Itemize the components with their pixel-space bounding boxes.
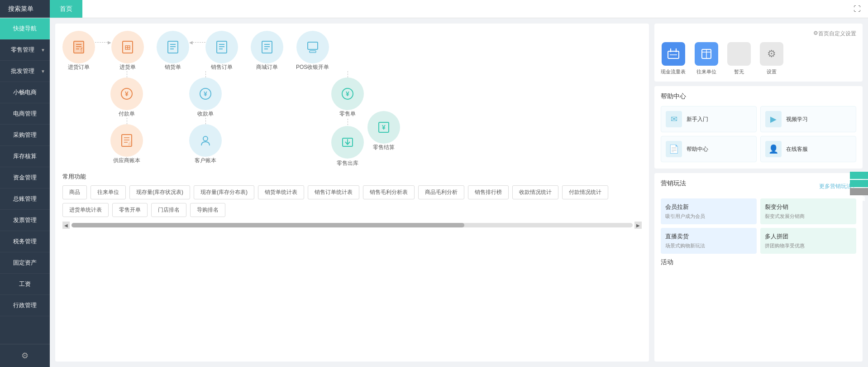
node-sc-icon — [251, 31, 283, 63]
node-fk-icon[interactable]: ¥ — [110, 77, 143, 110]
node-sc[interactable]: 商城订单 — [251, 31, 283, 71]
sidebar-settings-button[interactable]: ⚙ — [0, 344, 50, 367]
marketing-live-desc: 场景式购物新玩法 — [665, 242, 752, 249]
sidebar-item-ecom-mgmt-label: 电商管理 — [5, 110, 45, 118]
float-btn-community[interactable]: 服务社区 — [850, 180, 868, 187]
scroll-right[interactable]: ▶ — [634, 222, 642, 229]
func-btn-7[interactable]: 商品毛利分析 — [418, 185, 464, 199]
svg-text:¥: ¥ — [204, 90, 207, 97]
sidebar-retail-arrow: ▼ — [41, 48, 45, 53]
fullscreen-button[interactable]: ⛶ — [852, 4, 863, 14]
marketing-item-live[interactable]: 直播卖货 场景式购物新玩法 — [661, 228, 757, 254]
node-fk-label: 付款单 — [119, 110, 135, 118]
sidebar-item-purchase[interactable]: 采购管理 — [0, 125, 50, 146]
quick-access-header[interactable]: ⚙ 首页自定义设置 — [661, 30, 856, 38]
node-xh[interactable]: 销货单 — [157, 31, 189, 71]
func-btn-2[interactable]: 现存量(库存状况表) — [129, 185, 190, 199]
quick-icon-empty-label: 暂无 — [734, 68, 744, 75]
func-btn-4[interactable]: 销货单统计表 — [258, 185, 304, 199]
func-btn-10[interactable]: 付款情况统计 — [562, 185, 608, 199]
marketing-member-desc: 吸引用户成为会员 — [665, 213, 752, 220]
help-service-icon: 👤 — [765, 141, 782, 157]
node-kh-label: 客户账本 — [195, 157, 216, 164]
svg-rect-22 — [310, 44, 316, 48]
node-gys-icon[interactable] — [110, 124, 143, 157]
sidebar-item-ledger[interactable]: 总账管理 — [0, 188, 50, 210]
node-pos-icon — [296, 31, 329, 63]
node-lsd-icon[interactable]: ¥ — [331, 77, 364, 110]
scroll-track[interactable] — [72, 223, 633, 227]
node-lsck-icon[interactable] — [331, 126, 364, 159]
func-btn-9[interactable]: 收款情况统计 — [512, 185, 558, 199]
func-btn-8[interactable]: 销售排行榜 — [468, 185, 509, 199]
node-pos[interactable]: POS收银开单 — [296, 31, 329, 71]
sidebar-item-quick-nav-label: 快捷导航 — [5, 24, 45, 33]
func-btn-1[interactable]: 往来单位 — [91, 185, 126, 199]
search-menu-button[interactable]: 搜索菜单 — [0, 0, 50, 18]
main-panel: 进货订单 ▶ — [55, 24, 649, 362]
node-xsd-label: 销售订单 — [211, 63, 233, 71]
node-jhdorder[interactable]: 进货订单 — [62, 31, 95, 71]
help-item-docs[interactable]: 📄 帮助中心 — [661, 136, 757, 162]
sidebar-item-invoice[interactable]: 发票管理 — [0, 210, 50, 231]
marketing-item-member[interactable]: 会员拉新 吸引用户成为会员 — [661, 198, 757, 224]
node-pos-label: POS收银开单 — [296, 63, 329, 71]
sidebar-item-retail[interactable]: 零售管理 ▼ — [0, 39, 50, 61]
help-docs-icon: 📄 — [666, 141, 682, 157]
scroll-left[interactable]: ◀ — [62, 222, 70, 229]
quick-icon-settings-label: 设置 — [767, 68, 777, 75]
marketing-fission-title: 裂变分销 — [765, 203, 852, 211]
sidebar-item-ecom-xc-label: 小畅电商 — [5, 88, 45, 97]
marketing-grid: 会员拉新 吸引用户成为会员 裂变分销 裂变式发展分销商 直播卖货 场景式购物新玩… — [661, 198, 856, 254]
func-btn-6[interactable]: 销售毛利分析表 — [363, 185, 415, 199]
sidebar-item-quick-nav[interactable]: 快捷导航 — [0, 18, 50, 39]
home-settings-label: 首页自定义设置 — [818, 30, 856, 38]
node-lsjs-label: 零售结算 — [373, 144, 395, 151]
func-btn-11[interactable]: 进货单统计表 — [62, 203, 109, 217]
sidebar-item-admin[interactable]: 行政管理 — [0, 295, 50, 316]
help-item-beginner[interactable]: ✉ 新手入门 — [661, 106, 757, 132]
func-btn-5[interactable]: 销售订单统计表 — [308, 185, 359, 199]
node-sk-icon[interactable]: ¥ — [189, 77, 222, 110]
sidebar-item-salary[interactable]: 工资 — [0, 274, 50, 295]
sidebar-item-fixed-assets[interactable]: 固定资产 — [0, 252, 50, 274]
marketing-panel: 营销玩法 更多营销玩法 > 会员拉新 吸引用户成为会员 裂变分销 裂变式发展分销… — [654, 173, 863, 362]
sidebar-item-wholesale[interactable]: 批发管理 ▼ — [0, 61, 50, 82]
func-btn-3[interactable]: 现存量(库存分布表) — [194, 185, 254, 199]
sidebar-item-finance[interactable]: 资金管理 — [0, 167, 50, 188]
func-btn-14[interactable]: 导购排名 — [190, 203, 225, 217]
node-lsjs-icon[interactable]: ¥ — [367, 111, 400, 144]
node-kh-icon[interactable] — [189, 124, 222, 157]
tab-home[interactable]: 首页 — [50, 0, 82, 18]
float-btn-service[interactable]: 客服热线 — [850, 172, 868, 179]
help-item-service[interactable]: 👤 在线客服 — [760, 136, 856, 162]
node-jh-icon — [111, 31, 144, 63]
sidebar-item-purchase-label: 采购管理 — [5, 131, 45, 139]
sidebar-item-ecom-mgmt[interactable]: 电商管理 — [0, 103, 50, 125]
quick-icon-settings[interactable]: ⚙ 设置 — [760, 42, 783, 75]
node-xsd[interactable]: 销售订单 — [205, 31, 238, 71]
marketing-item-group[interactable]: 多人拼团 拼团购物享受优惠 — [760, 228, 856, 254]
quick-icon-empty[interactable]: 暂无 — [727, 42, 751, 75]
node-xsd-icon — [205, 31, 238, 63]
sidebar-item-ledger-label: 总账管理 — [5, 195, 45, 203]
func-btn-0[interactable]: 商品 — [62, 185, 87, 199]
quick-icon-cashflow[interactable]: 现金流量表 — [661, 42, 686, 75]
func-btn-12[interactable]: 零售开单 — [112, 203, 148, 217]
node-gys-label: 供应商账本 — [113, 157, 140, 164]
sidebar-item-tax[interactable]: 税务管理 — [0, 231, 50, 252]
sidebar-item-inventory[interactable]: 库存核算 — [0, 146, 50, 167]
help-item-video[interactable]: ▶ 视频学习 — [760, 106, 856, 132]
fullscreen-icon: ⛶ — [854, 5, 861, 13]
func-btn-13[interactable]: 门店排名 — [151, 203, 186, 217]
quick-icon-partner[interactable]: 往来单位 — [695, 42, 718, 75]
float-btn-desktop[interactable]: 桌面快捷 — [850, 188, 868, 195]
sidebar-item-ecom-xc[interactable]: 小畅电商 — [0, 82, 50, 103]
marketing-item-fission[interactable]: 裂变分销 裂变式发展分销商 — [760, 198, 856, 224]
help-grid: ✉ 新手入门 ▶ 视频学习 📄 帮助中心 👤 在线客服 — [661, 106, 856, 162]
top-bar: 搜索菜单 首页 ⛶ — [0, 0, 868, 18]
settings-icon-bg: ⚙ — [760, 42, 783, 66]
node-jh[interactable]: 进货单 — [111, 31, 144, 71]
gear-icon: ⚙ — [813, 30, 818, 38]
help-service-label: 在线客服 — [786, 145, 808, 153]
